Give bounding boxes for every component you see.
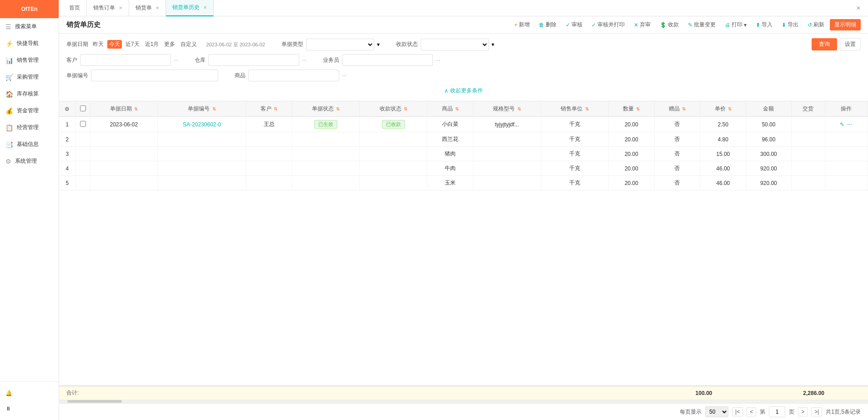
row-checkbox[interactable] <box>80 121 86 127</box>
doc-type-select[interactable] <box>306 39 374 50</box>
sidebar-bottom-item2[interactable]: ⏸ <box>0 401 59 416</box>
payment-status-select[interactable] <box>421 39 489 50</box>
sidebar-item-sales-mgmt[interactable]: 📊 销售管理 <box>0 52 59 69</box>
query-button[interactable]: 查询 <box>812 38 837 50</box>
next-page-button[interactable]: > <box>798 407 808 416</box>
date-shortcut-today[interactable]: 今天 <box>107 40 122 49</box>
abandon-button[interactable]: ✕ 弃审 <box>630 19 654 30</box>
first-page-button[interactable]: |< <box>732 407 743 416</box>
cell-checkbox-1[interactable] <box>75 132 90 147</box>
cell-action-1 <box>825 132 868 147</box>
goods-dots-button[interactable]: ··· <box>342 72 346 79</box>
tab-sales-goods[interactable]: 销货单 ✕ <box>129 0 166 16</box>
cell-customer-4 <box>246 176 292 190</box>
sidebar-item-inventory-calc[interactable]: 🏠 库存核算 <box>0 85 59 102</box>
date-shortcut-7days[interactable]: 近7天 <box>124 40 141 49</box>
page-number-input[interactable] <box>769 406 785 417</box>
delete-button[interactable]: 🗑 删除 <box>535 19 560 30</box>
batch-change-button[interactable]: ✎ 批量变更 <box>684 19 719 30</box>
close-all-tabs-button[interactable]: ✕ <box>853 5 864 11</box>
audit-print-button[interactable]: ✓ 审核并打印 <box>588 19 628 30</box>
salesperson-dots-button[interactable]: ··· <box>436 57 440 63</box>
footer-total-label: 合计: <box>66 389 79 397</box>
cell-checkbox-2[interactable] <box>75 147 90 161</box>
sidebar-item-purchase-mgmt[interactable]: 🛒 采购管理 <box>0 69 59 85</box>
show-detail-button[interactable]: 显示明细 <box>830 19 861 30</box>
date-shortcut-yesterday[interactable]: 昨天 <box>91 40 105 49</box>
th-payment-status[interactable]: 收款状态 ⇅ <box>360 101 427 117</box>
cell-checkbox-3[interactable] <box>75 161 90 176</box>
scrollbar-thumb[interactable] <box>67 400 122 403</box>
th-spec-type[interactable]: 规格型号 ⇅ <box>473 101 541 117</box>
cell-doc-no-0[interactable]: SA-20230602-0 <box>158 117 246 132</box>
more-action-button[interactable]: ⋯ <box>846 121 854 128</box>
close-sales-order-icon[interactable]: ✕ <box>119 5 122 10</box>
th-gift[interactable]: 赠品 ⇅ <box>654 101 700 117</box>
th-customer[interactable]: 客户 ⇅ <box>246 101 292 117</box>
footer-total-amount: 2,286.00 <box>803 390 824 396</box>
sidebar-item-basic-info[interactable]: 📑 基础信息 <box>0 136 59 153</box>
set-button[interactable]: 设置 <box>840 38 861 50</box>
warehouse-dots-button[interactable]: ··· <box>302 57 306 63</box>
th-sales-unit[interactable]: 销售单位 ⇅ <box>541 101 608 117</box>
doc-no-input[interactable] <box>91 70 218 81</box>
customer-dots-button[interactable]: ··· <box>174 57 178 63</box>
collect-button[interactable]: 💲 收款 <box>656 19 682 30</box>
th-quantity[interactable]: 数量 ⇅ <box>608 101 654 117</box>
cell-doc-no-2[interactable] <box>158 147 246 161</box>
import-button[interactable]: ⬆ 导入 <box>752 19 776 30</box>
audit-button[interactable]: ✓ 审核 <box>562 19 586 30</box>
close-sales-history-icon[interactable]: ✕ <box>203 5 207 10</box>
date-shortcut-more[interactable]: 更多 <box>162 40 177 49</box>
sidebar-item-ops-mgmt[interactable]: 📋 经营管理 <box>0 119 59 136</box>
horizontal-scrollbar[interactable] <box>59 400 868 403</box>
per-page-select[interactable]: 50 100 <box>705 406 728 417</box>
cell-doc-status-3 <box>292 161 360 176</box>
sidebar-item-label: 搜索菜单 <box>15 23 37 30</box>
th-doc-no[interactable]: 单据编号 ⇅ <box>158 101 246 117</box>
th-checkbox[interactable] <box>75 101 90 117</box>
th-doc-date[interactable]: 单据日期 ⇅ <box>90 101 158 117</box>
cell-sales-unit-1: 千克 <box>541 132 608 147</box>
date-shortcut-custom[interactable]: 自定义 <box>179 40 199 49</box>
customer-input[interactable] <box>80 54 171 66</box>
date-range-group: 2023-06-02 至 2023-06-02 <box>206 40 265 48</box>
edit-action-button[interactable]: ✎ <box>838 121 846 128</box>
th-doc-status[interactable]: 单据状态 ⇅ <box>292 101 360 117</box>
cell-payment-status-2 <box>360 147 427 161</box>
prev-page-button[interactable]: < <box>747 407 756 416</box>
select-all-checkbox[interactable] <box>80 105 86 111</box>
sales-mgmt-icon: 📊 <box>5 57 13 64</box>
last-page-button[interactable]: >| <box>811 407 822 416</box>
th-goods[interactable]: 商品 ⇅ <box>427 101 473 117</box>
goods-input[interactable] <box>248 70 339 81</box>
cell-doc-no-3[interactable] <box>158 161 246 176</box>
print-arrow-icon: ▾ <box>744 22 747 28</box>
tab-sales-history[interactable]: 销货单历史 ✕ <box>166 0 214 16</box>
salesperson-input[interactable] <box>342 54 433 66</box>
collapse-button[interactable]: ∧ 收起更多条件 <box>66 85 861 96</box>
sort-gift-icon: ⇅ <box>682 106 686 111</box>
cell-doc-no-4[interactable] <box>158 176 246 190</box>
refresh-button[interactable]: ↺ 刷新 <box>804 19 828 30</box>
tab-home[interactable]: 首页 <box>63 0 87 16</box>
sidebar-item-search-menu[interactable]: ☰ 搜索菜单 <box>0 18 59 35</box>
tab-sales-order[interactable]: 销售订单 ✕ <box>87 0 129 16</box>
sidebar-bottom-item1[interactable]: 🔔 <box>0 385 59 401</box>
close-sales-goods-icon[interactable]: ✕ <box>156 5 159 10</box>
th-settings[interactable]: ⚙ <box>59 101 75 117</box>
new-button[interactable]: + 新增 <box>511 19 533 30</box>
th-unit-price[interactable]: 单价 ⇅ <box>700 101 746 117</box>
date-shortcut-1month[interactable]: 近1月 <box>143 40 161 49</box>
sidebar-item-quick-nav[interactable]: ⚡ 快捷导航 <box>0 35 59 52</box>
cell-checkbox-4[interactable] <box>75 176 90 190</box>
sort-customer-icon: ⇅ <box>274 106 277 111</box>
print-label: 打印 <box>732 21 743 29</box>
export-button[interactable]: ⬇ 导出 <box>778 19 802 30</box>
cell-doc-no-1[interactable] <box>158 132 246 147</box>
warehouse-input[interactable] <box>208 54 299 66</box>
sidebar-item-fund-mgmt[interactable]: 💰 资金管理 <box>0 102 59 119</box>
sidebar-item-sys-mgmt[interactable]: ⚙ 系统管理 <box>0 153 59 170</box>
cell-checkbox-0[interactable] <box>75 117 90 132</box>
print-button[interactable]: 🖨 打印 ▾ <box>721 19 750 30</box>
